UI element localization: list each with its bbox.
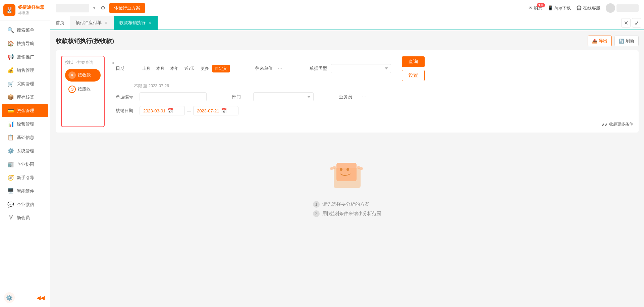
- export-btn[interactable]: 📤 导出: [588, 36, 612, 46]
- date-btn-last-month[interactable]: 上月: [140, 65, 153, 72]
- message-badge: 99+: [537, 3, 545, 7]
- collapse-more-label: 收起更多条件: [609, 121, 633, 127]
- sidebar-item-operation[interactable]: 📊 经营管理: [2, 117, 48, 131]
- tab-receipt-label: 收款核销执行: [119, 20, 146, 26]
- sidebar-item-purchase[interactable]: 🛒 采购管理: [2, 77, 48, 90]
- filter-option-by-receipt[interactable]: ¥ 按收款: [65, 69, 101, 82]
- filter-option-receivable-label: 按应收: [78, 86, 91, 92]
- collapse-more-icon: ∧∧: [602, 122, 608, 127]
- sidebar-item-sales[interactable]: 💰 销售管理: [2, 64, 48, 77]
- system-icon: ⚙️: [7, 148, 14, 154]
- purchase-icon: 🛒: [7, 81, 14, 87]
- query-btn[interactable]: 查询: [402, 56, 425, 67]
- voucher-type-select[interactable]: [331, 64, 391, 73]
- industry-btn[interactable]: 体验行业方案: [109, 3, 145, 13]
- empty-illustration: [327, 153, 367, 193]
- sidebar-item-label: 采购管理: [17, 81, 34, 87]
- sidebar-item-member[interactable]: V 畅会员: [2, 211, 48, 224]
- voucher-no-label: 单据编号: [116, 94, 134, 100]
- wechat-icon: 💬: [7, 201, 14, 208]
- dept-select[interactable]: [253, 92, 314, 101]
- tab-prepay-close-icon[interactable]: ✕: [104, 20, 108, 26]
- sidebar-item-label: 企业微信: [17, 202, 34, 208]
- calendar-start-icon: 📅: [167, 108, 173, 113]
- sidebar-item-search[interactable]: 🔍 搜索菜单: [2, 23, 48, 37]
- user-menu[interactable]: [606, 3, 639, 13]
- refresh-btn[interactable]: 🔄 刷新: [614, 36, 639, 46]
- sidebar-item-marketing[interactable]: 📢 营销推广: [2, 50, 48, 63]
- export-icon: 📤: [592, 39, 597, 44]
- date-btn-more[interactable]: 更多: [198, 65, 212, 72]
- message-btn[interactable]: ✉ 消息 99+: [529, 5, 542, 11]
- sidebar-item-label: 销售管理: [17, 67, 34, 73]
- filter-panel: 按以下方案查询 ¥ 按收款 ⏱ 按应收 « 日期 上月: [56, 50, 639, 133]
- basic-icon: 📋: [7, 134, 14, 141]
- sidebar-item-inventory[interactable]: 📦 库存核算: [2, 91, 48, 104]
- staff-dots[interactable]: ···: [360, 93, 368, 100]
- collapse-more-btn[interactable]: ∧∧ 收起更多条件: [602, 121, 633, 127]
- date-custom-badge[interactable]: 自定义: [212, 65, 230, 72]
- dept-label: 部门: [232, 94, 251, 100]
- online-service-btn[interactable]: 🎧 在线客服: [576, 5, 600, 11]
- empty-state: 1 请先选择要分析的方案 2 用[过滤]条件来缩小分析范围: [56, 133, 639, 231]
- sidebar-item-hardware[interactable]: 🖥️ 智能硬件: [2, 185, 48, 198]
- header-chevron-icon[interactable]: ▾: [93, 6, 95, 10]
- clock-icon: ⏱: [68, 86, 76, 93]
- tab-home[interactable]: 首页: [50, 16, 70, 30]
- finance-icon: 💳: [7, 107, 14, 114]
- tab-expand-btn[interactable]: ⤢: [632, 18, 641, 28]
- voucher-no-input[interactable]: [140, 92, 207, 101]
- coin-icon: ¥: [68, 71, 76, 79]
- tab-prepay-label: 预付冲应付单: [75, 20, 102, 26]
- date-quick-btns: 上月 本月 本年 近7天 更多 自定义: [140, 65, 230, 72]
- quick-icon: 🏠: [7, 40, 14, 47]
- sales-icon: 💰: [7, 67, 14, 73]
- header-right: ✉ 消息 99+ 📱 App下载 🎧 在线客服: [529, 3, 639, 13]
- sidebar-item-label: 新手引导: [17, 175, 34, 181]
- counterpart-dots[interactable]: ···: [276, 65, 284, 72]
- app-logo-text: 畅捷通好生意 标准版: [18, 5, 44, 15]
- filter-form: 日期 上月 本月 本年 近7天 更多 自定义 往来单位 ···: [116, 56, 633, 127]
- sidebar-collapse-btn[interactable]: ◀◀: [35, 293, 46, 302]
- search-icon: 🔍: [7, 27, 14, 33]
- sidebar-item-label: 企业协同: [17, 161, 34, 167]
- writeoff-date-start-input[interactable]: 2023-03-01 📅: [140, 106, 185, 115]
- writeoff-date-end-input[interactable]: 2023-07-21 📅: [193, 106, 238, 115]
- date-btn-7days[interactable]: 近7天: [182, 65, 198, 72]
- message-icon: ✉: [529, 5, 532, 10]
- app-download-btn[interactable]: 📱 App下载: [548, 5, 571, 11]
- tab-close-all-btn[interactable]: ✕: [621, 18, 631, 28]
- tab-receipt[interactable]: 收款核销执行 ✕: [114, 16, 158, 30]
- sidebar-item-basic[interactable]: 📋 基础信息: [2, 131, 48, 144]
- tab-receipt-close-icon[interactable]: ✕: [148, 20, 152, 26]
- filter-row-3: 核销日期 2023-03-01 📅 — 2023-07-21 📅: [116, 106, 633, 115]
- guide-icon: 🧭: [7, 174, 14, 181]
- date-range-hint: 不限 至 2023-07-26: [134, 84, 169, 88]
- sidebar-item-enterprise[interactable]: 🏢 企业协同: [2, 158, 48, 171]
- filter-sidebar-title: 按以下方案查询: [65, 60, 101, 65]
- page-title: 收款核销执行(按收款): [56, 37, 114, 45]
- sidebar-item-wechat[interactable]: 💬 企业微信: [2, 198, 48, 211]
- filter-sidebar: 按以下方案查询 ¥ 按收款 ⏱ 按应收: [61, 56, 105, 127]
- company-name: [56, 4, 89, 12]
- tab-prepay[interactable]: 预付冲应付单 ✕: [70, 16, 114, 30]
- sidebar-item-system[interactable]: ⚙️ 系统管理: [2, 144, 48, 157]
- svg-point-2: [340, 168, 342, 171]
- sidebar-item-finance[interactable]: 💳 资金管理: [2, 104, 48, 117]
- writeoff-date-label: 核销日期: [116, 108, 134, 114]
- date-btn-this-month[interactable]: 本月: [154, 65, 167, 72]
- date-btn-this-year[interactable]: 本年: [168, 65, 181, 72]
- header-gear-icon[interactable]: ⚙: [101, 5, 105, 11]
- sidebar-item-label: 畅会员: [17, 215, 30, 221]
- date-range-separator: —: [187, 108, 191, 113]
- filter-option-by-receivable[interactable]: ⏱ 按应收: [65, 83, 101, 96]
- sidebar-item-label: 搜索菜单: [17, 27, 34, 33]
- sidebar-item-label: 智能硬件: [17, 188, 34, 194]
- filter-collapse-arrow[interactable]: «: [110, 58, 116, 67]
- sidebar-item-label: 经营管理: [17, 121, 34, 127]
- sidebar-item-quick[interactable]: 🏠 快捷导航: [2, 37, 48, 50]
- sidebar-item-guide[interactable]: 🧭 新手引导: [2, 171, 48, 184]
- writeoff-start-value: 2023-03-01: [143, 108, 166, 113]
- settings-icon-btn[interactable]: ⚙️: [4, 292, 15, 303]
- settings-btn[interactable]: 设置: [402, 70, 425, 81]
